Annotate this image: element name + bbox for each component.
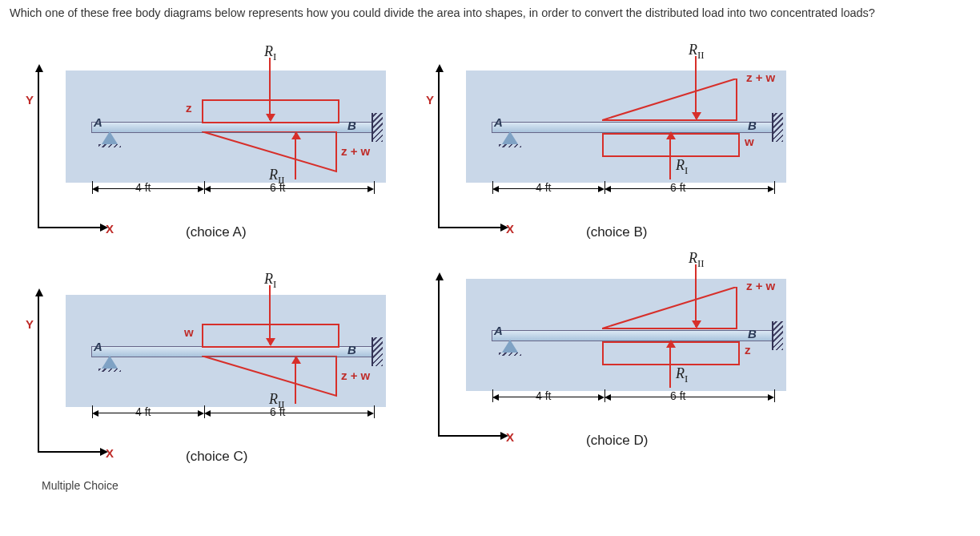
- resultant-r2-label: RII: [689, 250, 705, 270]
- fixed-support-icon: [772, 321, 783, 350]
- fixed-support-icon: [372, 113, 383, 142]
- choice-a-label: (choice A): [186, 224, 247, 240]
- resultant-r2-arrow: [695, 56, 697, 119]
- dim-left: 4 ft: [536, 389, 551, 402]
- choice-b-label: (choice B): [586, 224, 648, 240]
- triangle-load-label: z + w: [746, 71, 775, 84]
- question-text: Which one of these free body diagrams be…: [10, 6, 970, 19]
- dim-right: 6 ft: [670, 181, 685, 194]
- axis-y-label: Y: [26, 317, 34, 331]
- rect-load-label: w: [745, 135, 754, 148]
- rect-load-label: z: [186, 101, 192, 115]
- diagram-grid: Y X A B z RI: [10, 22, 970, 471]
- rect-load-label: w: [184, 325, 194, 339]
- dim-right: 6 ft: [670, 389, 685, 402]
- svg-marker-1: [202, 356, 336, 396]
- axis-y-label: Y: [426, 93, 434, 107]
- multiple-choice-heading: Multiple Choice: [42, 479, 970, 492]
- diagram-choice-c: Y X A B w RI z + w RII: [10, 247, 410, 471]
- pin-support-icon: [502, 340, 518, 353]
- diagram-choice-b: Y X A B z + w RII w: [410, 22, 810, 247]
- rect-load-label: z: [745, 343, 751, 357]
- dimension-row: 4 ft 6 ft: [86, 183, 382, 202]
- resultant-r1-label: RI: [676, 157, 688, 177]
- dim-left: 4 ft: [135, 405, 151, 418]
- dimension-row: 4 ft 6 ft: [486, 183, 782, 202]
- resultant-r1-arrow: [269, 58, 271, 120]
- dim-right: 6 ft: [270, 405, 285, 418]
- triangle-load-shape: [602, 287, 738, 330]
- choice-d-label: (choice D): [586, 433, 648, 449]
- choice-c-label: (choice C): [186, 449, 247, 465]
- resultant-r1-arrow: [669, 133, 671, 179]
- beam-icon: [492, 122, 773, 133]
- pin-support-icon: [502, 131, 518, 144]
- triangle-load-label: z + w: [746, 279, 775, 292]
- resultant-r2-arrow: [295, 133, 296, 179]
- beam-icon: [492, 330, 773, 341]
- resultant-r2-arrow: [295, 357, 296, 404]
- point-a-label: A: [94, 115, 102, 129]
- dim-left: 4 ft: [135, 181, 151, 194]
- axis-y-label: Y: [26, 93, 34, 107]
- pin-support-icon: [102, 131, 118, 144]
- point-a-label: A: [94, 340, 102, 353]
- fixed-support-icon: [772, 113, 783, 142]
- resultant-r1-label: RI: [264, 43, 276, 63]
- diagram-choice-d: X A B z + w RII z RI: [410, 247, 810, 455]
- dimension-row: 4 ft 6 ft: [86, 407, 382, 426]
- resultant-r1-arrow: [669, 341, 671, 388]
- pin-support-icon: [102, 356, 118, 369]
- point-b-label: B: [347, 343, 356, 357]
- dim-right: 6 ft: [270, 181, 285, 194]
- point-a-label: A: [494, 115, 503, 129]
- point-b-label: B: [347, 119, 356, 132]
- resultant-r2-arrow: [695, 264, 697, 327]
- resultant-r1-label: RI: [264, 271, 276, 291]
- point-a-label: A: [494, 324, 503, 337]
- point-b-label: B: [748, 327, 757, 341]
- triangle-load-label: z + w: [341, 144, 370, 158]
- point-b-label: B: [748, 119, 757, 132]
- resultant-r1-arrow: [269, 285, 271, 345]
- resultant-r1-label: RI: [676, 365, 688, 385]
- resultant-r2-label: RII: [689, 42, 705, 62]
- svg-marker-0: [202, 131, 336, 171]
- svg-marker-2: [602, 79, 737, 120]
- dim-left: 4 ft: [536, 181, 551, 194]
- svg-marker-3: [602, 287, 737, 328]
- fixed-support-icon: [372, 337, 383, 366]
- triangle-load-label: z + w: [341, 369, 370, 382]
- triangle-load-shape: [602, 79, 738, 122]
- diagram-choice-a: Y X A B z RI: [10, 22, 410, 247]
- dimension-row: 4 ft 6 ft: [486, 391, 782, 410]
